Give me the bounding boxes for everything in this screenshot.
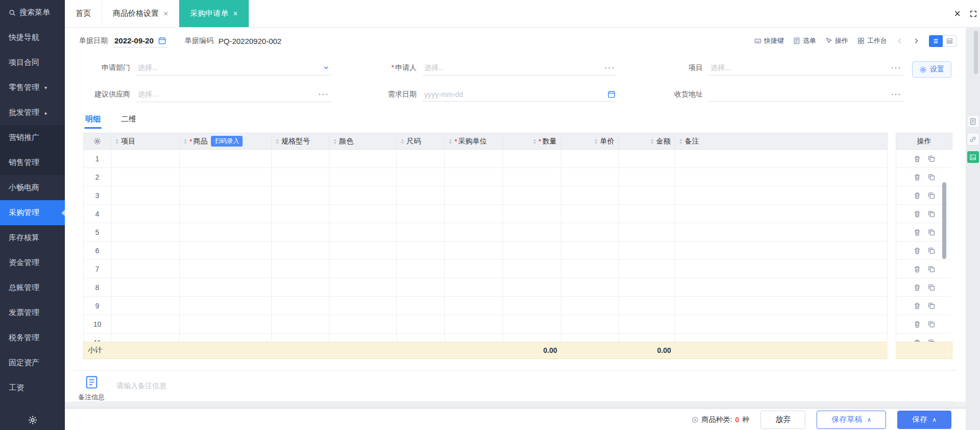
sidebar-item-sales-management[interactable]: 销售管理 <box>0 150 65 175</box>
grid-cell-product[interactable] <box>180 333 272 342</box>
grid-cell-project[interactable] <box>111 333 180 342</box>
tab-product-price-settings[interactable]: 商品价格设置× <box>102 0 179 27</box>
sidebar-item-retail-management[interactable]: 零售管理▾ <box>0 75 65 100</box>
sidebar-item-fixed-assets[interactable]: 固定资产 <box>0 350 65 375</box>
remark-tab[interactable]: 备注信息 <box>74 371 109 401</box>
ellipsis-icon[interactable]: ··· <box>891 90 902 98</box>
list-view-button[interactable] <box>929 35 943 47</box>
grid-cell-amount[interactable] <box>619 150 675 168</box>
grid-cell-amount[interactable] <box>619 186 675 205</box>
grid-cell-color[interactable] <box>329 242 397 260</box>
grid-cell-size[interactable] <box>397 333 445 342</box>
delete-row-icon[interactable] <box>914 210 921 218</box>
delivery-address-input[interactable]: ··· <box>709 87 903 102</box>
sidebar-item-payroll[interactable]: 工资 <box>0 375 65 400</box>
grid-cell-project[interactable] <box>111 297 180 315</box>
grid-cell-amount[interactable] <box>619 205 675 223</box>
delete-row-icon[interactable] <box>914 174 921 181</box>
grid-cell-remark[interactable] <box>675 297 888 315</box>
grid-cell-quantity[interactable] <box>503 205 561 223</box>
delete-row-icon[interactable] <box>914 229 921 236</box>
grid-cell-spec-model[interactable] <box>272 186 329 205</box>
remark-input[interactable]: 请输入备注信息 <box>109 371 957 401</box>
grid-cell-project[interactable] <box>111 260 180 278</box>
grid-cell-color[interactable] <box>329 168 397 186</box>
sidebar-item-purchase-management[interactable]: 采购管理 <box>0 200 65 225</box>
sidebar-item-search-menu[interactable]: 搜索菜单 <box>0 0 65 25</box>
sidebar-item-funds-management[interactable]: 资金管理 <box>0 250 65 275</box>
grid-cell-product[interactable] <box>180 260 272 278</box>
grid-cell-purchase-unit[interactable] <box>445 223 503 242</box>
sort-icon[interactable] <box>533 139 536 144</box>
grid-cell-unit-price[interactable] <box>561 315 619 333</box>
grid-cell-amount[interactable] <box>619 315 675 333</box>
demand-date-input[interactable]: yyyy-mm-dd <box>423 87 617 102</box>
grid-cell-quantity[interactable] <box>503 315 561 333</box>
column-header-amount[interactable]: 金额 <box>619 133 675 150</box>
copy-row-icon[interactable] <box>928 210 935 218</box>
copy-row-icon[interactable] <box>928 321 935 328</box>
grid-cell-purchase-unit[interactable] <box>445 242 503 260</box>
copy-row-icon[interactable] <box>928 266 935 273</box>
grid-cell-product[interactable] <box>180 297 272 315</box>
grid-cell-purchase-unit[interactable] <box>445 333 503 342</box>
grid-cell-unit-price[interactable] <box>561 297 619 315</box>
grid-cell-amount[interactable] <box>619 242 675 260</box>
grid-cell-quantity[interactable] <box>503 242 561 260</box>
grid-settings-gear-icon[interactable] <box>83 133 111 150</box>
detail-tab-matrix[interactable]: 二维 <box>120 109 137 129</box>
save-button[interactable]: 保存 ∧ <box>897 411 951 429</box>
doc-date-field[interactable]: 2022-09-20 <box>113 34 168 47</box>
grid-cell-purchase-unit[interactable] <box>445 150 503 168</box>
tool-pick-list[interactable]: 选单 <box>793 36 816 45</box>
sidebar-item-marketing-promotion[interactable]: 营销推广 <box>0 125 65 150</box>
grid-cell-purchase-unit[interactable] <box>445 186 503 205</box>
grid-cell-unit-price[interactable] <box>561 223 619 242</box>
chevron-down-icon[interactable] <box>323 64 329 71</box>
grid-cell-quantity[interactable] <box>503 186 561 205</box>
grid-cell-product[interactable] <box>180 242 272 260</box>
grid-cell-purchase-unit[interactable] <box>445 297 503 315</box>
sidebar-item-quick-navigation[interactable]: 快捷导航 <box>0 25 65 50</box>
next-record-icon[interactable] <box>913 37 920 44</box>
scan-entry-badge[interactable]: 扫码录入 <box>211 136 243 147</box>
grid-cell-unit-price[interactable] <box>561 333 619 342</box>
settings-button[interactable]: 设置 <box>912 61 951 78</box>
grid-cell-quantity[interactable] <box>503 333 561 342</box>
grid-vertical-scrollbar[interactable] <box>942 182 946 259</box>
copy-row-icon[interactable] <box>928 339 935 342</box>
column-header-quantity[interactable]: *数量 <box>503 133 561 150</box>
grid-cell-purchase-unit[interactable] <box>445 260 503 278</box>
column-header-remark[interactable]: 备注 <box>675 133 888 150</box>
grid-cell-spec-model[interactable] <box>272 223 329 242</box>
grid-cell-amount[interactable] <box>619 168 675 186</box>
ellipsis-icon[interactable]: ··· <box>891 64 902 71</box>
grid-cell-quantity[interactable] <box>503 223 561 242</box>
grid-cell-color[interactable] <box>329 205 397 223</box>
grid-cell-project[interactable] <box>111 150 180 168</box>
sidebar-item-project-contract[interactable]: 项目合同 <box>0 50 65 75</box>
sort-icon[interactable] <box>679 139 682 144</box>
sidebar-item-invoice-management[interactable]: 发票管理 <box>0 300 65 325</box>
image-tool-icon[interactable] <box>967 151 979 163</box>
grid-cell-size[interactable] <box>397 223 445 242</box>
settings-gear-icon[interactable] <box>28 415 37 425</box>
copy-row-icon[interactable] <box>928 155 935 162</box>
grid-cell-amount[interactable] <box>619 297 675 315</box>
grid-cell-product[interactable] <box>180 150 272 168</box>
grid-cell-product[interactable] <box>180 205 272 223</box>
ellipsis-icon[interactable]: ··· <box>319 90 329 98</box>
grid-cell-size[interactable] <box>397 205 445 223</box>
grid-cell-unit-price[interactable] <box>561 186 619 205</box>
sort-icon[interactable] <box>276 139 279 144</box>
copy-row-icon[interactable] <box>928 229 935 236</box>
tool-shortcut-keys[interactable]: 快捷键 <box>754 36 784 45</box>
grid-cell-amount[interactable] <box>619 333 675 342</box>
grid-cell-size[interactable] <box>397 297 445 315</box>
close-tab-icon[interactable]: × <box>163 10 168 18</box>
grid-cell-amount[interactable] <box>619 278 675 297</box>
grid-cell-remark[interactable] <box>675 168 888 186</box>
sort-icon[interactable] <box>115 139 118 144</box>
grid-cell-size[interactable] <box>397 150 445 168</box>
delete-row-icon[interactable] <box>914 302 921 309</box>
